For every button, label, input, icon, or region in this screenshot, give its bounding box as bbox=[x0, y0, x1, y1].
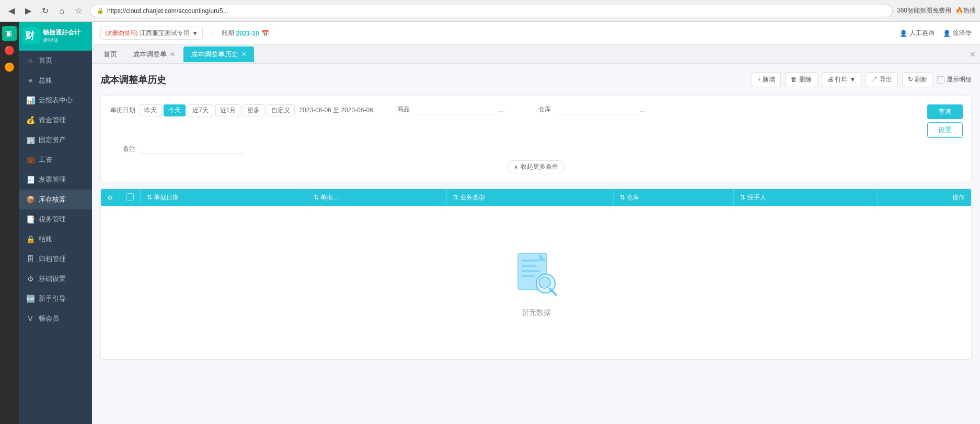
type-sort-wrapper[interactable]: ⇅ 业务类型 bbox=[453, 193, 607, 202]
print-button[interactable]: 🖨 打印 ▼ bbox=[822, 72, 862, 87]
tab-cost-history[interactable]: 成本调整单历史 ✕ bbox=[183, 46, 254, 62]
col-warehouse[interactable]: ⇅ 仓库 bbox=[614, 189, 734, 206]
funds-icon: 💰 bbox=[26, 116, 34, 124]
col-action-label: 操作 bbox=[952, 194, 965, 201]
col-operator-label: ⇅ 经手人 bbox=[740, 193, 766, 202]
sidebar-item-ledger[interactable]: ≡ 总账 bbox=[19, 70, 92, 90]
collapse-label: 收起更多条件 bbox=[521, 162, 558, 171]
collapse-button[interactable]: ∧ 收起更多条件 bbox=[507, 160, 565, 173]
tab-close-all[interactable]: ✕ bbox=[970, 50, 976, 58]
export-button[interactable]: ↗ 导出 bbox=[866, 72, 897, 87]
empty-illustration bbox=[510, 248, 562, 302]
query-button[interactable]: 查询 bbox=[927, 104, 963, 119]
tab-cost-adjust-close[interactable]: ✕ bbox=[170, 51, 175, 58]
forward-button[interactable]: ▶ bbox=[21, 4, 36, 18]
col-operator[interactable]: ⇅ 经手人 bbox=[734, 189, 878, 206]
date-sort-wrapper[interactable]: ⇅ 单据日期 bbox=[147, 193, 301, 202]
icon-strip-item-2[interactable]: 🟠 bbox=[2, 60, 17, 74]
vip-icon: V bbox=[26, 314, 34, 323]
number-sort-wrapper[interactable]: ⇅ 单据... bbox=[314, 193, 440, 202]
icon-strip-item-1[interactable]: 🔴 bbox=[2, 43, 17, 57]
refresh-button[interactable]: ↻ bbox=[38, 4, 52, 18]
support-button[interactable]: 👤 人工咨询 bbox=[900, 29, 935, 38]
col-checkbox[interactable] bbox=[120, 189, 140, 206]
browser-nav-buttons: ◀ ▶ ↻ ⌂ ☆ bbox=[4, 4, 86, 18]
sidebar-item-ledger-label: 总账 bbox=[39, 76, 52, 85]
home-button[interactable]: ⌂ bbox=[54, 4, 69, 18]
sidebar-item-tax[interactable]: 📑 税务管理 bbox=[19, 209, 92, 229]
sidebar-logo[interactable]: 财 畅捷通好会计 旗舰版 bbox=[19, 22, 92, 51]
refresh-button-page[interactable]: ↻ 刷新 bbox=[902, 72, 933, 87]
support-label: 人工咨询 bbox=[909, 29, 935, 38]
tab-home-label: 首页 bbox=[103, 50, 117, 59]
delete-button[interactable]: 🗑 删除 bbox=[785, 72, 817, 87]
tab-cost-history-label: 成本调整单历史 bbox=[191, 50, 238, 59]
star-button[interactable]: ☆ bbox=[71, 4, 86, 18]
sidebar-item-inventory[interactable]: 📦 库存核算 bbox=[19, 190, 92, 209]
warehouse-select[interactable] bbox=[555, 104, 638, 114]
display-toggle[interactable]: 显示明细 bbox=[937, 75, 972, 84]
user-name: 徐泽华 bbox=[953, 29, 972, 38]
calendar-icon[interactable]: 📅 bbox=[261, 30, 269, 37]
goods-more-icon[interactable]: ... bbox=[499, 106, 504, 113]
date-range-display: 2023-06-06 至 2023-06-06 bbox=[299, 106, 373, 115]
tab-home[interactable]: 首页 bbox=[96, 46, 124, 62]
company-selector[interactable]: (勿删勿禁用) 江西服宝测试专用 ▼ bbox=[100, 27, 203, 40]
sidebar-item-settings-label: 基础设置 bbox=[39, 274, 66, 284]
sidebar-item-funds[interactable]: 💰 资金管理 bbox=[19, 110, 92, 130]
sidebar-item-reports[interactable]: 📊 云报表中心 bbox=[19, 90, 92, 110]
tab-cost-adjust[interactable]: 成本调整单 ✕ bbox=[125, 46, 182, 62]
operator-sort-wrapper[interactable]: ⇅ 经手人 bbox=[740, 193, 871, 202]
sidebar-item-vip[interactable]: V 畅会员 bbox=[19, 309, 92, 328]
remark-filter: 备注 bbox=[109, 144, 244, 154]
date-btn-custom[interactable]: 自定义 bbox=[267, 104, 295, 116]
empty-text: 暂无数据 bbox=[522, 308, 551, 317]
sidebar-item-payroll[interactable]: 💼 工资 bbox=[19, 150, 92, 170]
goods-select[interactable] bbox=[414, 104, 497, 114]
sidebar-item-fixed[interactable]: 🏢 固定资产 bbox=[19, 130, 92, 150]
select-all-checkbox[interactable] bbox=[126, 193, 134, 201]
close-all-icon[interactable]: ✕ bbox=[970, 50, 976, 58]
col-settings[interactable]: ⚙ bbox=[101, 189, 120, 206]
date-btn-yesterday[interactable]: 昨天 bbox=[140, 104, 162, 116]
display-checkbox[interactable] bbox=[937, 76, 944, 84]
setting-button[interactable]: 设置 bbox=[927, 122, 963, 138]
top-bar-right: 👤 人工咨询 👤 徐泽华 bbox=[900, 29, 972, 38]
back-button[interactable]: ◀ bbox=[4, 4, 19, 18]
date-btn-1month[interactable]: 近1月 bbox=[215, 104, 241, 116]
date-btn-more[interactable]: 更多 bbox=[243, 104, 264, 116]
svg-text:▣: ▣ bbox=[5, 29, 12, 38]
settings-icon: ⚙ bbox=[26, 275, 34, 283]
support-icon: 👤 bbox=[900, 30, 907, 37]
date-btn-7days[interactable]: 近7天 bbox=[188, 104, 213, 116]
sidebar-item-guide[interactable]: 🆕 新手引导 bbox=[19, 289, 92, 309]
company-dropdown-icon: ▼ bbox=[192, 30, 198, 37]
sidebar-item-archive[interactable]: 🗄 归档管理 bbox=[19, 249, 92, 269]
app-container: ▣ 🔴 🟠 财 畅捷通好会计 旗舰版 ⌂ 首页 ≡ 总账 📊 bbox=[0, 22, 980, 424]
sidebar-item-settings[interactable]: ⚙ 基础设置 bbox=[19, 269, 92, 289]
col-date[interactable]: ⇅ 单据日期 bbox=[140, 189, 307, 206]
ledger-icon: ≡ bbox=[26, 76, 34, 85]
tab-cost-history-close[interactable]: ✕ bbox=[241, 51, 247, 58]
col-number[interactable]: ⇅ 单据... bbox=[307, 189, 446, 206]
svg-rect-7 bbox=[522, 270, 540, 272]
sidebar-item-home[interactable]: ⌂ 首页 bbox=[19, 51, 92, 70]
remark-input[interactable] bbox=[140, 144, 244, 154]
warehouse-filter: 仓库 ... bbox=[525, 104, 645, 114]
address-bar[interactable]: 🔒 https://cloud.chanjet.com/accounting/u… bbox=[90, 5, 893, 17]
page-title: 成本调整单历史 bbox=[100, 74, 166, 86]
sidebar-item-close[interactable]: 🔒 结账 bbox=[19, 229, 92, 249]
sidebar-item-invoice[interactable]: 🧾 发票管理 bbox=[19, 170, 92, 190]
date-btn-today[interactable]: 今天 bbox=[164, 104, 186, 116]
warehouse-sort-wrapper[interactable]: ⇅ 仓库 bbox=[620, 193, 727, 202]
icon-strip: ▣ 🔴 🟠 bbox=[0, 22, 19, 424]
display-label: 显示明细 bbox=[947, 75, 972, 84]
col-action: 操作 bbox=[878, 189, 971, 206]
sidebar-item-funds-label: 资金管理 bbox=[39, 115, 66, 125]
new-button[interactable]: + 新增 bbox=[752, 72, 781, 87]
logo-text-block: 畅捷通好会计 旗舰版 bbox=[43, 29, 80, 43]
col-type[interactable]: ⇅ 业务类型 bbox=[446, 189, 613, 206]
warehouse-more-icon[interactable]: ... bbox=[640, 106, 645, 113]
user-info[interactable]: 👤 徐泽华 bbox=[943, 29, 972, 38]
settings-col-icon[interactable]: ⚙ bbox=[107, 194, 113, 202]
